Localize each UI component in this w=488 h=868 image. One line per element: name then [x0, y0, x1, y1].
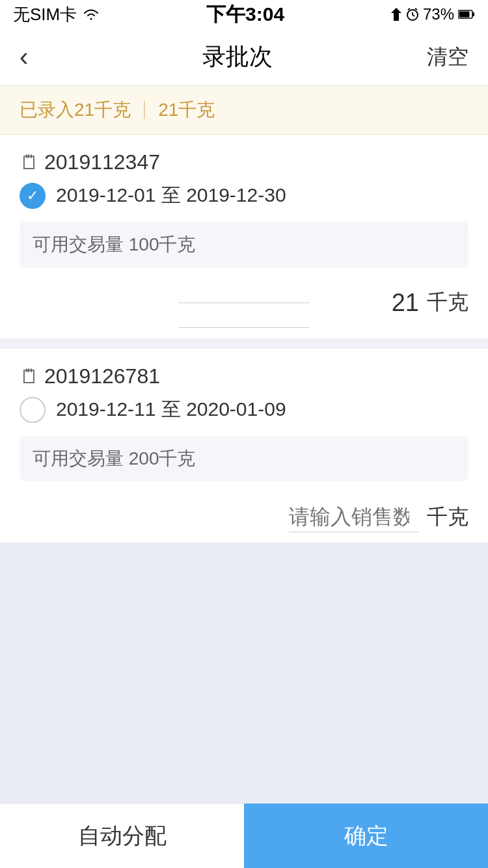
- quantity-input-2[interactable]: [289, 502, 419, 532]
- input-unit-2: 千克: [427, 503, 468, 532]
- batch-date-row-1[interactable]: ✓ 2019-12-01 至 2019-12-30: [0, 182, 488, 217]
- nav-bar: ‹ 录批次 清空: [0, 29, 488, 86]
- svg-rect-7: [459, 12, 469, 18]
- recorded-amount-label: 已录入21千克: [20, 98, 131, 122]
- back-button[interactable]: ‹: [20, 42, 59, 72]
- alarm-icon: [406, 7, 419, 21]
- svg-line-4: [415, 8, 417, 10]
- status-bar: 无SIM卡 下午3:04 73%: [0, 0, 488, 29]
- location-icon: [390, 7, 402, 21]
- batch-date-2: 2019-12-11 至 2020-01-09: [56, 396, 286, 423]
- batch-card-2: 🗒 2019126781 2019-12-11 至 2020-01-09 可用交…: [0, 349, 488, 543]
- wifi-icon: [82, 7, 100, 21]
- svg-rect-6: [472, 12, 474, 16]
- amount-row-1: 21 千克: [0, 278, 488, 327]
- batch-header-2: 🗒 2019126781: [0, 349, 488, 396]
- batch-date-1: 2019-12-01 至 2019-12-30: [56, 182, 286, 209]
- input-row-2: 千克: [0, 492, 488, 543]
- info-banner: 已录入21千克 21千克: [0, 86, 488, 135]
- confirm-button[interactable]: 确定: [244, 804, 488, 868]
- svg-line-3: [408, 8, 410, 10]
- no-sim-text: 无SIM卡: [13, 3, 77, 26]
- check-icon-1: ✓: [27, 187, 38, 204]
- status-time: 下午3:04: [206, 1, 284, 28]
- banner-divider: [144, 101, 145, 119]
- svg-line-2: [413, 15, 414, 16]
- auto-distribute-button[interactable]: 自动分配: [0, 804, 244, 868]
- card-separator: [0, 338, 488, 349]
- bottom-bar: 自动分配 确定: [0, 803, 488, 868]
- batch-doc-icon-2: 🗒: [20, 366, 39, 388]
- clear-button[interactable]: 清空: [416, 43, 468, 72]
- batch-id-1: 2019112347: [44, 150, 160, 174]
- status-right: 73%: [390, 5, 475, 23]
- batch-available-1: 可用交易量 100千克: [20, 222, 468, 267]
- radio-button-1[interactable]: ✓: [20, 183, 46, 209]
- amount-underline-1: [179, 327, 309, 328]
- batch-header-1: 🗒 2019112347: [0, 135, 488, 182]
- battery-percent: 73%: [423, 5, 454, 23]
- battery-icon: [458, 9, 475, 20]
- recorded-count: 21千克: [158, 98, 215, 122]
- batch-doc-icon-1: 🗒: [20, 152, 39, 174]
- status-left: 无SIM卡: [13, 3, 100, 26]
- amount-value-1: 21: [392, 289, 419, 317]
- batch-available-2: 可用交易量 200千克: [20, 436, 468, 481]
- batch-id-2: 2019126781: [44, 364, 160, 388]
- amount-unit-1: 千克: [427, 288, 468, 317]
- page-title: 录批次: [202, 41, 273, 73]
- batch-date-row-2[interactable]: 2019-12-11 至 2020-01-09: [0, 396, 488, 431]
- radio-button-2[interactable]: [20, 397, 46, 423]
- empty-area: [0, 543, 488, 829]
- batch-card-1: 🗒 2019112347 ✓ 2019-12-01 至 2019-12-30 可…: [0, 135, 488, 338]
